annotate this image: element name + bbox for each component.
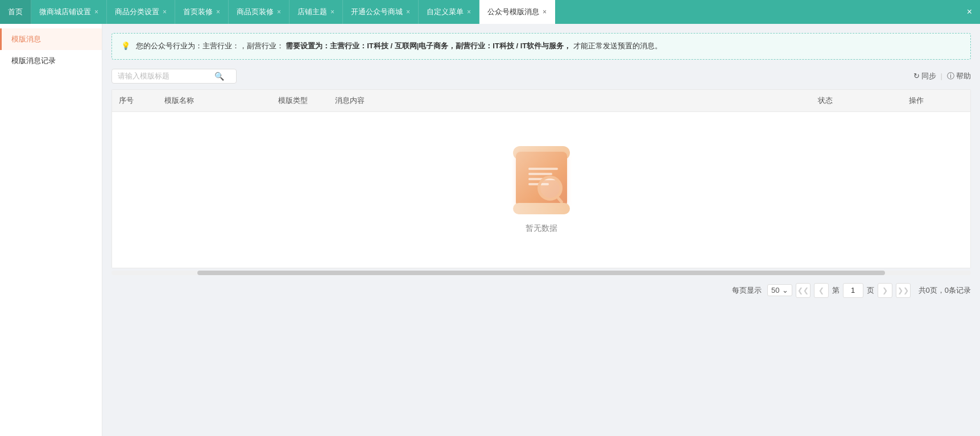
divider: | [941, 72, 942, 80]
line1 [528, 168, 558, 170]
close-tab-homepage-decor[interactable]: × [216, 8, 220, 16]
pagination: 每页显示 50 ⌄ ❮❮ ❮ 第 页 ❯ ❯❯ 共0页，0条记录 [111, 277, 971, 304]
page-size-label: 每页显示 [732, 285, 762, 296]
tab-template-message[interactable]: 公众号模版消息 × [479, 0, 555, 24]
close-tab-custom-menu[interactable]: × [467, 8, 471, 16]
empty-state: 暂无数据 [112, 112, 970, 268]
toolbar-right: ↻ 同步 | ⓘ 帮助 [913, 71, 971, 81]
search-icon[interactable]: 🔍 [214, 72, 224, 81]
page-label-prefix: 第 [832, 285, 840, 296]
help-button[interactable]: ⓘ 帮助 [947, 71, 971, 81]
prev-page-button[interactable]: ❮ [814, 283, 829, 298]
first-page-button[interactable]: ❮❮ [796, 283, 811, 298]
tab-custom-menu[interactable]: 自定义菜单 × [419, 0, 479, 24]
main-layout: 模版消息 模版消息记录 💡 您的公众号行业为：主营行业：，副营行业： 需要设置为… [0, 24, 980, 436]
tab-store-settings[interactable]: 微商城店铺设置 × [31, 0, 107, 24]
chevron-down-icon: ⌄ [782, 286, 788, 294]
page-size-select[interactable]: 50 ⌄ [767, 284, 792, 296]
help-icon: ⓘ [947, 71, 954, 81]
page-number-input[interactable] [843, 283, 863, 298]
sidebar-item-template-records[interactable]: 模版消息记录 [0, 50, 102, 72]
col-header-type: 模版类型 [271, 90, 328, 111]
page-label-suffix: 页 [867, 285, 874, 296]
sync-button[interactable]: ↻ 同步 [913, 71, 936, 81]
content-area: 💡 您的公众号行业为：主营行业：，副营行业： 需要设置为：主营行业：IT科技 /… [102, 24, 980, 436]
sidebar: 模版消息 模版消息记录 [0, 24, 102, 436]
close-tab-store-settings[interactable]: × [94, 8, 98, 16]
scroll-bottom-decoration [513, 203, 570, 214]
col-header-action: 操作 [902, 90, 970, 111]
col-header-content: 消息内容 [328, 90, 811, 111]
next-page-button[interactable]: ❯ [878, 283, 892, 298]
close-tab-product-decor[interactable]: × [277, 8, 281, 16]
close-tab-template-message[interactable]: × [543, 8, 547, 16]
notice-box: 💡 您的公众号行业为：主营行业：，副营行业： 需要设置为：主营行业：IT科技 /… [111, 33, 971, 60]
search-box[interactable]: 🔍 [111, 69, 237, 84]
table-header: 序号 模版名称 模版类型 消息内容 状态 操作 [112, 90, 970, 112]
col-header-name: 模版名称 [158, 90, 271, 111]
table-scrollbar[interactable] [111, 271, 971, 275]
tab-open-shop[interactable]: 开通公众号商城 × [343, 0, 419, 24]
tab-homepage-decor[interactable]: 首页装修 × [175, 0, 229, 24]
close-all-button[interactable]: × [959, 7, 980, 17]
toolbar: 🔍 ↻ 同步 | ⓘ 帮助 [111, 69, 971, 84]
tab-category-settings[interactable]: 商品分类设置 × [107, 0, 175, 24]
empty-icon [507, 146, 576, 214]
close-tab-open-shop[interactable]: × [406, 8, 410, 16]
scroll-body [516, 152, 567, 209]
tab-product-decor[interactable]: 商品页装修 × [229, 0, 290, 24]
data-table: 序号 模版名称 模版类型 消息内容 状态 操作 [111, 89, 971, 268]
sidebar-item-template-message[interactable]: 模版消息 [0, 28, 102, 50]
line2 [528, 173, 552, 175]
col-header-status: 状态 [811, 90, 902, 111]
search-input[interactable] [118, 72, 214, 80]
page-total-label: 共0页，0条记录 [919, 285, 971, 296]
table-scrollbar-thumb[interactable] [197, 271, 885, 275]
tab-store-theme[interactable]: 店铺主题 × [290, 0, 343, 24]
close-tab-category[interactable]: × [163, 8, 167, 16]
top-navigation: 首页 微商城店铺设置 × 商品分类设置 × 首页装修 × 商品页装修 × 店铺主… [0, 0, 980, 24]
close-tab-store-theme[interactable]: × [330, 8, 334, 16]
notice-icon: 💡 [121, 41, 130, 50]
sync-icon: ↻ [913, 72, 920, 80]
col-header-seq: 序号 [112, 90, 158, 111]
empty-text: 暂无数据 [526, 223, 557, 234]
tab-home[interactable]: 首页 [0, 0, 31, 24]
last-page-button[interactable]: ❯❯ [896, 283, 911, 298]
